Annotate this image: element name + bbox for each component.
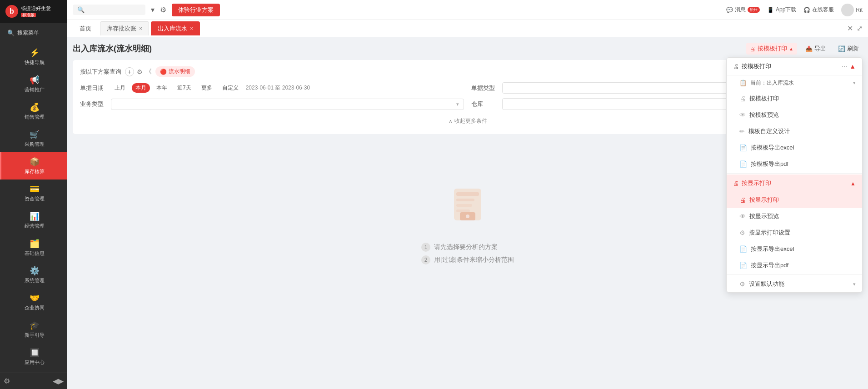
tab-inventory-flow-close[interactable]: × <box>190 25 193 32</box>
date-option-custom[interactable]: 自定义 <box>219 83 242 93</box>
search-settings-btn[interactable]: ⚙ <box>137 68 143 75</box>
warehouse-label: 仓库 <box>471 100 499 108</box>
sidebar-item-purchase[interactable]: 🛒 采购管理 <box>0 125 67 152</box>
print-template-button[interactable]: 🖨 按模板打印 ▲ <box>746 43 797 55</box>
current-template-arrow: ▾ <box>853 80 856 86</box>
sidebar-item-enterprise[interactable]: 🤝 企业协同 <box>0 289 67 316</box>
empty-state-icon <box>447 184 488 234</box>
logo-text: 畅捷通好生意 标准版 <box>21 5 51 18</box>
dropdown-collapse-btn[interactable]: ▲ <box>849 63 856 70</box>
display-print-settings-label: 按显示打印设置 <box>749 229 790 237</box>
topbar-left: 🔍 ▾ ⚙ 体验行业方案 <box>73 4 220 16</box>
topbar-dropdown-btn[interactable]: ▾ <box>149 4 156 16</box>
search-icon: 🔍 <box>7 30 15 36</box>
topbar-search-input[interactable] <box>86 7 141 13</box>
app-download-btn[interactable]: 📱 App下载 <box>767 6 796 14</box>
finance-icon: 💳 <box>30 184 40 194</box>
expand-icon[interactable]: ⤢ <box>857 24 863 33</box>
close-tab-icon[interactable]: ✕ <box>847 24 853 33</box>
sidebar-item-quick-nav[interactable]: ⚡ 快捷导航 <box>0 43 67 70</box>
sidebar-item-newbie[interactable]: 🎓 新手引导 <box>0 316 67 343</box>
tabbar-tabs: 首页 库存批次账 × 出入库流水 × <box>73 21 200 35</box>
tab-inventory-batch[interactable]: 库存批次账 × <box>100 21 149 35</box>
sidebar: b 畅捷通好生意 标准版 🔍 搜索菜单 ⚡ 快捷导航 📢 营销推广 <box>0 0 67 389</box>
online-service-btn[interactable]: 🎧 在线客服 <box>803 6 834 14</box>
svg-rect-3 <box>456 204 472 207</box>
sidebar-item-label: 企业协同 <box>25 304 45 311</box>
page-actions: 🖨 按模板打印 ▲ 📤 导出 🔄 刷新 <box>746 43 863 55</box>
sidebar-item-app-center[interactable]: 🔲 应用中心 <box>0 343 67 370</box>
template-custom-item[interactable]: ✏ 模板自定义设计 <box>727 123 862 140</box>
display-print-icon: 🖨 <box>733 180 739 187</box>
template-preview-item[interactable]: 👁 按模板预览 <box>727 107 862 123</box>
sidebar-item-marketing[interactable]: 📢 营销推广 <box>0 70 67 98</box>
page-header: 出入库流水(流水明细) 🖨 按模板打印 ▲ 📤 导出 🔄 刷新 <box>73 43 863 55</box>
tab-inventory-flow[interactable]: 出入库流水 × <box>151 21 200 35</box>
print-template-icon: 🖨 <box>750 45 756 52</box>
topbar-search-box[interactable]: 🔍 <box>73 5 145 15</box>
display-preview-item[interactable]: 👁 按显示预览 <box>727 208 862 224</box>
template-export-excel-item[interactable]: 📄 按模板导出excel <box>727 140 862 156</box>
sidebar-item-label: 资金管理 <box>25 195 45 202</box>
template-print-icon: 🖨 <box>739 95 746 102</box>
sidebar-item-system[interactable]: ⚙️ 系统管理 <box>0 261 67 289</box>
display-export-pdf-item[interactable]: 📄 按显示导出pdf <box>727 257 862 274</box>
date-range-display: 2023-06-01 至 2023-06-30 <box>246 84 310 92</box>
topbar: 🔍 ▾ ⚙ 体验行业方案 💬 消息 99+ 📱 App下载 <box>67 0 868 20</box>
sidebar-item-finance[interactable]: 💳 资金管理 <box>0 180 67 207</box>
date-option-more[interactable]: 更多 <box>198 83 216 93</box>
user-name: Rit <box>856 7 863 13</box>
basics-icon: 🗂️ <box>30 239 40 249</box>
search-hint: 按以下方案查询 <box>80 68 121 76</box>
messages-btn[interactable]: 💬 消息 99+ <box>726 6 760 14</box>
user-profile[interactable]: Rit <box>841 4 863 16</box>
current-template-item[interactable]: 📋 当前：出入库流水 ▾ <box>727 75 862 90</box>
date-option-this-month[interactable]: 本月 <box>132 83 150 93</box>
date-option-this-year[interactable]: 本年 <box>153 83 171 93</box>
template-print-item[interactable]: 🖨 按模板打印 <box>727 90 862 107</box>
sidebar-item-basics[interactable]: 🗂️ 基础信息 <box>0 234 67 261</box>
empty-step-1: 1 请先选择要分析的方案 <box>421 243 514 252</box>
tabbar: 首页 库存批次账 × 出入库流水 × ✕ ⤢ <box>67 20 868 37</box>
export-button[interactable]: 📤 导出 <box>802 43 830 55</box>
tabbar-right-actions: ✕ ⤢ <box>847 24 863 33</box>
print-template-label: 按模板打印 <box>758 45 787 53</box>
display-print-settings-item[interactable]: ⚙ 按显示打印设置 <box>727 224 862 241</box>
current-template-label: 当前：出入库流水 <box>750 79 794 87</box>
online-service-label: 在线客服 <box>812 6 834 14</box>
topbar-icons: ▾ ⚙ <box>149 4 168 16</box>
messages-icon: 💬 <box>726 7 733 13</box>
refresh-button[interactable]: 🔄 刷新 <box>834 43 863 55</box>
display-export-excel-item[interactable]: 📄 按显示导出excel <box>727 241 862 257</box>
set-default-item[interactable]: ⚙ 设置默认功能 ▾ <box>727 276 862 292</box>
settings-bottom-icon[interactable]: ⚙ <box>4 377 10 385</box>
collapse-more-label: 收起更多条件 <box>454 117 487 125</box>
topbar-settings-btn[interactable]: ⚙ <box>158 4 168 16</box>
template-export-pdf-item[interactable]: 📄 按模板导出pdf <box>727 156 862 172</box>
tab-home[interactable]: 首页 <box>73 21 98 35</box>
business-type-label: 业务类型 <box>80 100 107 108</box>
tab-inventory-batch-close[interactable]: × <box>139 25 142 32</box>
display-section-collapse[interactable]: ▲ <box>850 180 856 187</box>
business-type-select[interactable]: ▾ <box>111 99 464 110</box>
svg-point-6 <box>466 214 469 218</box>
sidebar-item-sales[interactable]: 💰 销售管理 <box>0 98 67 125</box>
sales-icon: 💰 <box>30 102 40 112</box>
sidebar-item-inventory[interactable]: 📦 库存核算 <box>0 152 67 180</box>
search-collapse-btn[interactable]: 《 <box>145 68 152 76</box>
sidebar-item-operation[interactable]: 📊 经营管理 <box>0 207 67 234</box>
industry-solution-button[interactable]: 体验行业方案 <box>172 4 220 16</box>
display-section-title: 🖨 按显示打印 <box>733 179 771 187</box>
date-option-7days[interactable]: 近7天 <box>174 83 195 93</box>
add-condition-button[interactable]: + <box>125 67 134 76</box>
filter-tag[interactable]: 🔴 流水明细 <box>155 66 195 77</box>
sidebar-item-label: 销售管理 <box>25 114 45 120</box>
system-icon: ⚙️ <box>30 266 40 276</box>
dropdown-more-icon[interactable]: ··· <box>842 62 848 70</box>
search-menu-item[interactable]: 🔍 搜索菜单 <box>4 26 64 40</box>
display-print-label: 按显示打印 <box>749 196 779 204</box>
display-print-item[interactable]: 🖨 按显示打印 <box>727 192 862 208</box>
dropdown-title: 🖨 按模板打印 <box>733 62 771 70</box>
date-option-last-month[interactable]: 上月 <box>111 83 129 93</box>
collapse-sidebar-icon[interactable]: ◀▶ <box>53 377 64 385</box>
